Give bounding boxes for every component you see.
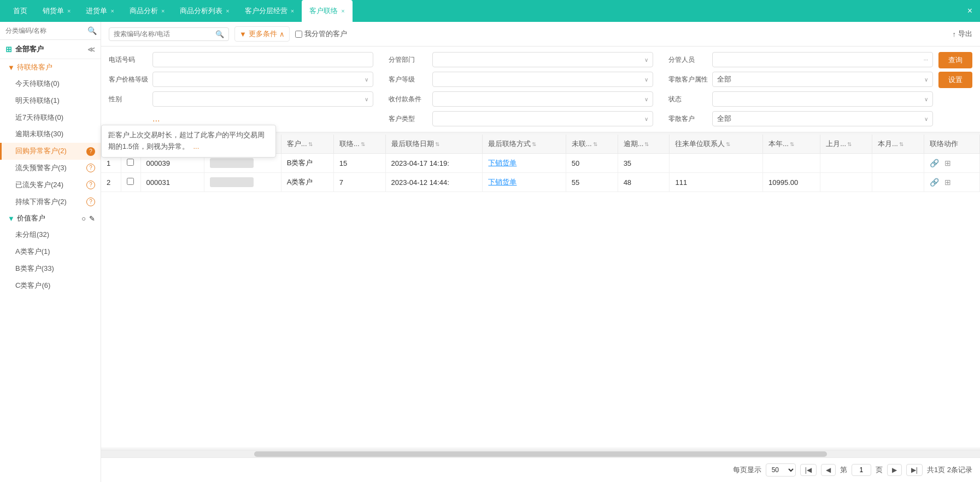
filter-row-4: ... 客户类型 ∨ 零散客户 [109, 111, 933, 126]
col-last-method[interactable]: 最后联络方式⇅ [483, 135, 566, 154]
search-icon[interactable]: 🔍 [215, 30, 224, 38]
filter-gender: 性别 ∨ [109, 91, 373, 107]
sidebar-item-overdue[interactable]: 逾期未联络(30) [0, 126, 101, 143]
col-contact-person[interactable]: 往来单位联系人⇅ [670, 135, 763, 154]
name-placeholder-2 [210, 177, 254, 187]
close-contact-icon[interactable]: × [341, 8, 344, 14]
sidebar-item-unclassified[interactable]: 未分组(32) [0, 227, 101, 243]
nav-purchase[interactable]: 进货单 × [78, 0, 121, 22]
page-suffix: 页 [876, 465, 883, 475]
filter-gender-select[interactable]: ∨ [152, 91, 373, 107]
col-this-month[interactable]: 本月...⇅ [872, 135, 924, 154]
col-grade[interactable]: 客户...⇅ [281, 135, 333, 154]
action-icons-1: 🔗 ⊞ [930, 159, 974, 167]
close-purchase-icon[interactable]: × [110, 8, 114, 14]
filter-customer-type: 客户类型 ∨ [389, 111, 653, 126]
filter-customer-grade-select[interactable]: ∨ [432, 72, 653, 87]
grid-icon-1[interactable]: ⊞ [944, 159, 951, 167]
close-analysis-icon[interactable]: × [161, 8, 165, 14]
col-overdue[interactable]: 逾期...⇅ [618, 135, 670, 154]
col-action: 联络动作 [924, 135, 979, 154]
col-this-year[interactable]: 本年...⇅ [763, 135, 820, 154]
search-wrap: 🔍 [109, 27, 229, 41]
link-icon-2[interactable]: 🔗 [930, 178, 939, 187]
link-icon-1[interactable]: 🔗 [930, 159, 939, 167]
close-sales-icon[interactable]: × [67, 8, 71, 14]
first-page-btn[interactable]: |◀ [800, 464, 817, 476]
filter-branch-dept-select[interactable]: ∨ [432, 52, 653, 67]
cell-method-1[interactable]: 下销货单 [483, 154, 566, 173]
filter-status-select[interactable]: ∨ [712, 91, 933, 107]
filter-customer-type-select[interactable]: ∨ [432, 111, 653, 126]
grid-icon-2[interactable]: ⊞ [944, 178, 951, 187]
caret-icon-7: ∨ [644, 96, 648, 102]
sidebar-item-c-class[interactable]: C类客户(6) [0, 277, 101, 294]
col-last-month[interactable]: 上月...⇅ [820, 135, 872, 154]
nav-analysis-list[interactable]: 商品分析列表 × [172, 0, 237, 22]
sidebar-item-churned[interactable]: 已流失客户(24) ? [0, 177, 101, 194]
col-last-date[interactable]: 最后联络日期⇅ [385, 135, 483, 154]
filter-retail-attr-select[interactable]: 全部 ∨ [712, 72, 933, 87]
cell-this-year-2: 10995.00 [763, 173, 820, 192]
sidebar-item-repurchase-anomaly[interactable]: 回购异常客户(2) ? [0, 143, 101, 160]
nav-home[interactable]: 首页 [5, 0, 35, 22]
main-search-input[interactable] [114, 30, 215, 38]
action-buttons: 查询 设置 [938, 52, 972, 88]
sidebar-all-customers[interactable]: ⊞ 全部客户 ≪ [0, 40, 101, 59]
close-analysis-list-icon[interactable]: × [226, 8, 229, 14]
cell-method-2[interactable]: 下销货单 [483, 173, 566, 192]
filter-payment-select[interactable]: ∨ [432, 91, 653, 107]
set-button[interactable]: 设置 [938, 72, 972, 88]
sidebar-item-churn-warning[interactable]: 流失预警客户(3) ? [0, 160, 101, 177]
page-input[interactable] [852, 464, 871, 476]
sidebar-item-today[interactable]: 今天待联络(0) [0, 76, 101, 92]
cell-count-1: 15 [333, 154, 385, 173]
sidebar-collapse-icon[interactable]: ≪ [87, 45, 95, 54]
more-dots-icon[interactable]: ... [152, 114, 160, 124]
cell-date-1: 2023-04-17 14:19: [385, 154, 483, 173]
cell-contact-person-1 [670, 154, 763, 173]
nav-customer-contact[interactable]: 客户联络 × [302, 0, 352, 22]
sidebar-group-pending[interactable]: ▼ 待联络客户 [0, 59, 101, 76]
per-page-select[interactable]: 50 20 100 [766, 463, 796, 477]
scrollbar-thumb[interactable] [254, 451, 827, 457]
horizontal-scrollbar[interactable] [101, 450, 980, 457]
close-segments-icon[interactable]: × [291, 8, 294, 14]
filter-phone-select[interactable] [152, 52, 373, 67]
col-uncontacted[interactable]: 未联...⇅ [566, 135, 618, 154]
nav-sales[interactable]: 销货单 × [35, 0, 78, 22]
filter-customer-grade: 客户等级 ∨ [389, 72, 653, 87]
prev-page-btn[interactable]: ◀ [821, 464, 836, 476]
sidebar-search-input[interactable] [5, 27, 87, 34]
row-checkbox-1[interactable] [127, 159, 134, 166]
filter-price-grade-select[interactable]: ∨ [152, 72, 373, 87]
sidebar-item-declining[interactable]: 持续下滑客户(2) ? [0, 194, 101, 211]
filter-retail-customer-select[interactable]: 全部 ∨ [712, 111, 933, 126]
circle-icon[interactable]: ○ [81, 214, 86, 223]
nav-customer-segments[interactable]: 客户分层经营 × [237, 0, 302, 22]
action-icons-2: 🔗 ⊞ [930, 178, 974, 187]
filter-branch-person-select[interactable]: ··· [712, 52, 933, 67]
sidebar-item-a-class[interactable]: A类客户(1) [0, 243, 101, 260]
sidebar-group-value[interactable]: ▼ 价值客户 ○ ✎ [0, 210, 101, 227]
last-page-btn[interactable]: ▶| [906, 464, 923, 476]
sidebar-item-7days[interactable]: 近7天待联络(0) [0, 109, 101, 126]
sidebar-item-tomorrow[interactable]: 明天待联络(1) [0, 92, 101, 109]
sidebar-search-icon[interactable]: 🔍 [87, 26, 97, 35]
col-contact-count[interactable]: 联络...⇅ [333, 135, 385, 154]
my-customers-checkbox[interactable] [295, 31, 302, 38]
nav-analysis[interactable]: 商品分析 × [122, 0, 172, 22]
export-btn[interactable]: ↑ 导出 [953, 29, 973, 39]
query-button[interactable]: 查询 [938, 52, 972, 68]
sidebar-item-b-class[interactable]: B类客户(33) [0, 260, 101, 277]
cell-name-2 [204, 173, 281, 192]
cell-this-month-2 [872, 173, 924, 192]
cell-grade-2: A类客户 [281, 173, 333, 192]
edit-icon[interactable]: ✎ [89, 214, 95, 223]
next-page-btn[interactable]: ▶ [887, 464, 902, 476]
cell-uncontacted-2: 55 [566, 173, 618, 192]
window-close-icon[interactable]: × [967, 6, 972, 16]
row-checkbox-2[interactable] [127, 178, 134, 185]
more-conditions-btn[interactable]: ▼ 更多条件 ∧ [234, 26, 290, 42]
total-label: 共1页 2条记录 [927, 465, 972, 475]
